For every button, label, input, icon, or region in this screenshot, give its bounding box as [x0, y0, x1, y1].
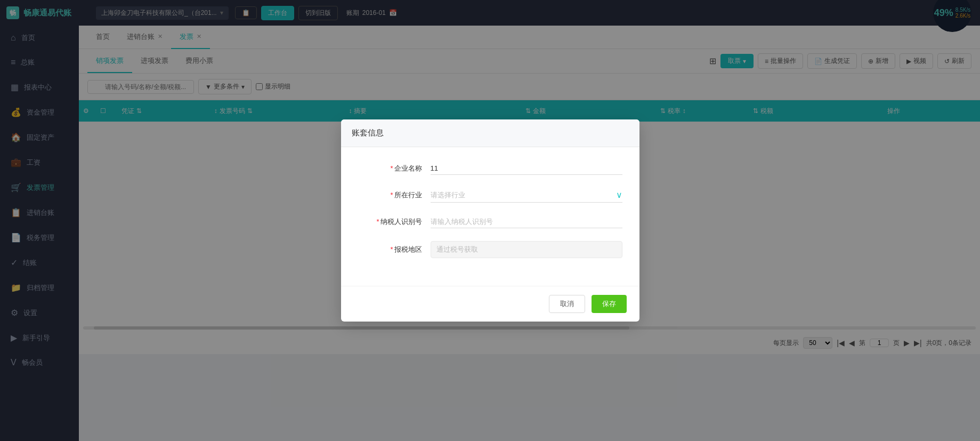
modal-title: 账套信息 [341, 119, 639, 147]
form-row-industry: *所在行业 请选择行业 ∨ [358, 188, 622, 203]
enterprise-name-input[interactable] [431, 162, 622, 175]
industry-label: *所在行业 [358, 190, 422, 200]
taxregion-label: *报税地区 [358, 245, 422, 254]
enterprise-label: *企业名称 [358, 164, 422, 173]
industry-placeholder: 请选择行业 [431, 190, 465, 200]
taxregion-disabled-input: 通过税号获取 [431, 241, 622, 258]
industry-select[interactable]: 请选择行业 ∨ [431, 188, 622, 203]
form-row-taxid: *纳税人识别号 [358, 215, 622, 228]
taxid-input[interactable] [431, 215, 622, 228]
dropdown-chevron-icon: ∨ [616, 190, 622, 200]
modal-footer: 取消 保存 [341, 286, 639, 322]
modal-body: *企业名称 *所在行业 请选择行业 ∨ *纳税人识别号 [341, 147, 639, 286]
account-info-modal: 账套信息 *企业名称 *所在行业 请选择行业 ∨ [341, 119, 639, 322]
form-row-enterprise: *企业名称 [358, 162, 622, 175]
save-button[interactable]: 保存 [592, 295, 627, 313]
modal-overlay[interactable]: 账套信息 *企业名称 *所在行业 请选择行业 ∨ [0, 0, 980, 441]
form-row-taxregion: *报税地区 通过税号获取 [358, 241, 622, 258]
cancel-button[interactable]: 取消 [549, 295, 585, 313]
taxid-label: *纳税人识别号 [358, 217, 422, 227]
